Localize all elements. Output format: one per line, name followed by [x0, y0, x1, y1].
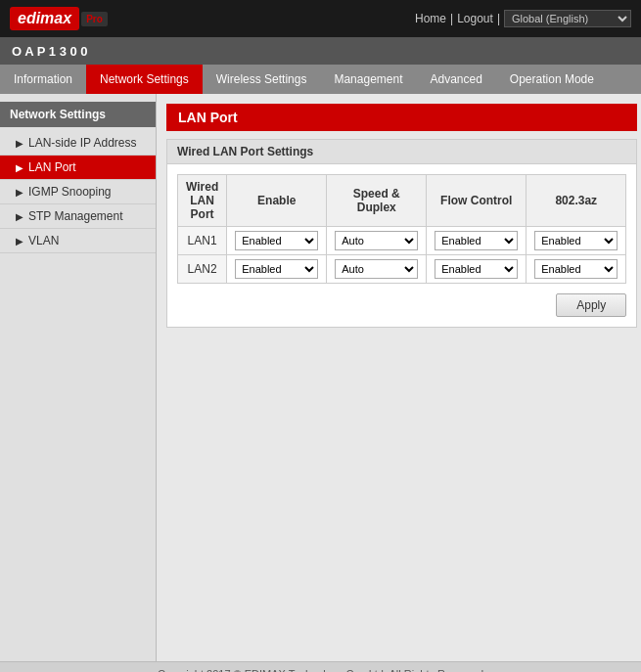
- col-header-802-3az: 802.3az: [527, 175, 626, 227]
- lan1-az-select[interactable]: Enabled Disabled: [534, 231, 618, 250]
- arrow-icon-igmp: ▶: [16, 187, 23, 198]
- arrow-icon-active: ▶: [16, 162, 23, 173]
- sidebar-item-stp-label: STP Management: [28, 209, 123, 223]
- lan2-flow-select[interactable]: Enabled Disabled: [435, 259, 518, 279]
- device-bar: O A P 1 3 0 0: [0, 37, 641, 65]
- header-links: Home | Logout | Global (English)Chinese …: [415, 10, 631, 27]
- footer-text: Copyright 2017 © EDIMAX Technology Co., …: [158, 668, 483, 672]
- sidebar-item-vlan[interactable]: ▶ VLAN: [0, 229, 156, 253]
- sidebar-item-lan-side-ip-label: LAN-side IP Address: [28, 136, 137, 150]
- device-model: O A P 1 3 0 0: [12, 44, 88, 59]
- lan2-enable-cell: Enabled Disabled: [227, 255, 327, 284]
- lan2-enable-select[interactable]: Enabled Disabled: [235, 259, 318, 279]
- logo-pro-text: Pro: [86, 14, 103, 24]
- page-title: LAN Port: [166, 104, 637, 131]
- nav-item-information[interactable]: Information: [0, 65, 86, 94]
- lan1-enable-cell: Enabled Disabled: [227, 227, 327, 255]
- arrow-icon-stp: ▶: [16, 211, 23, 222]
- settings-section: Wired LAN Port Settings Wired LAN Port E…: [166, 139, 637, 328]
- col-header-speed-duplex: Speed & Duplex: [327, 175, 427, 227]
- col-header-wired-lan-port: Wired LAN Port: [178, 175, 227, 227]
- lan2-speed-select[interactable]: Auto 10M Half 10M Full 100M Half 100M Fu…: [335, 259, 418, 279]
- sidebar-item-igmp-snooping[interactable]: ▶ IGMP Snooping: [0, 180, 156, 204]
- footer: Copyright 2017 © EDIMAX Technology Co., …: [0, 661, 641, 672]
- settings-table: Wired LAN Port Enable Speed & Duplex Flo…: [177, 174, 626, 284]
- col-header-enable: Enable: [227, 175, 327, 227]
- lan1-speed-cell: Auto 10M Half 10M Full 100M Half 100M Fu…: [327, 227, 427, 255]
- lan1-flow-select[interactable]: Enabled Disabled: [435, 231, 518, 250]
- section-title: Wired LAN Port Settings: [167, 140, 636, 164]
- arrow-icon: ▶: [16, 138, 23, 149]
- sidebar-item-stp-management[interactable]: ▶ STP Management: [0, 204, 156, 229]
- lan2-flow-cell: Enabled Disabled: [427, 255, 527, 284]
- language-select[interactable]: Global (English)Chinese (Traditional)Chi…: [504, 10, 631, 27]
- logout-link[interactable]: Logout: [457, 12, 493, 25]
- content: LAN Port Wired LAN Port Settings Wired L…: [157, 94, 641, 661]
- apply-button[interactable]: Apply: [556, 293, 626, 317]
- lan1-port-label: LAN1: [178, 227, 227, 255]
- header: edimax Pro Home | Logout | Global (Engli…: [0, 0, 641, 37]
- nav-bar: Information Network Settings Wireless Se…: [0, 65, 641, 94]
- logo: edimax Pro: [10, 7, 108, 30]
- lan1-flow-cell: Enabled Disabled: [427, 227, 527, 255]
- nav-item-operation-mode[interactable]: Operation Mode: [496, 65, 608, 94]
- sidebar-item-lan-port-label: LAN Port: [28, 160, 76, 174]
- lan2-port-label: LAN2: [178, 255, 227, 284]
- apply-row: Apply: [177, 293, 626, 317]
- lan2-az-select[interactable]: Enabled Disabled: [534, 259, 618, 279]
- sidebar-item-lan-side-ip[interactable]: ▶ LAN-side IP Address: [0, 131, 156, 156]
- lan2-speed-cell: Auto 10M Half 10M Full 100M Half 100M Fu…: [327, 255, 427, 284]
- logo-box: edimax: [10, 7, 79, 30]
- nav-item-network-settings[interactable]: Network Settings: [86, 65, 203, 94]
- sidebar-item-vlan-label: VLAN: [28, 234, 59, 247]
- nav-item-wireless-settings[interactable]: Wireless Settings: [203, 65, 321, 94]
- separator1: |: [450, 12, 453, 25]
- sidebar-item-lan-port[interactable]: ▶ LAN Port: [0, 156, 156, 180]
- nav-item-management[interactable]: Management: [320, 65, 416, 94]
- sidebar: Network Settings ▶ LAN-side IP Address ▶…: [0, 94, 157, 661]
- lan1-speed-select[interactable]: Auto 10M Half 10M Full 100M Half 100M Fu…: [335, 231, 418, 250]
- sidebar-header: Network Settings: [0, 102, 156, 127]
- nav-item-advanced[interactable]: Advanced: [416, 65, 495, 94]
- home-link[interactable]: Home: [415, 12, 446, 25]
- sidebar-item-igmp-label: IGMP Snooping: [28, 185, 112, 199]
- lan1-enable-select[interactable]: Enabled Disabled: [235, 231, 318, 250]
- lan2-az-cell: Enabled Disabled: [527, 255, 626, 284]
- separator2: |: [497, 12, 500, 25]
- col-header-flow-control: Flow Control: [427, 175, 527, 227]
- arrow-icon-vlan: ▶: [16, 236, 23, 246]
- table-row-lan2: LAN2 Enabled Disabled Auto 10M Half: [178, 255, 626, 284]
- table-row-lan1: LAN1 Enabled Disabled Auto 10M Half: [178, 227, 626, 255]
- logo-edimax-text: edimax: [18, 10, 71, 27]
- main-layout: Network Settings ▶ LAN-side IP Address ▶…: [0, 94, 641, 661]
- lan1-az-cell: Enabled Disabled: [527, 227, 626, 255]
- logo-pro-badge: Pro: [81, 12, 108, 26]
